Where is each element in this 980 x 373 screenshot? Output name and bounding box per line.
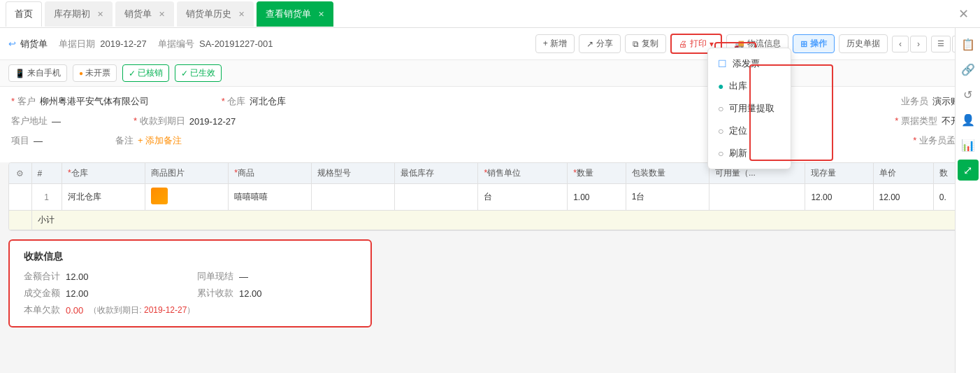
col-gear[interactable]: ⚙ xyxy=(9,163,31,184)
transaction-value: 12.00 xyxy=(66,288,89,299)
col-product: *商品 xyxy=(229,163,312,184)
sidebar-icon-1[interactable]: 📋 xyxy=(958,34,979,55)
remark-field: 备注 + 添加备注 xyxy=(115,134,182,147)
menu-available-qty[interactable]: ○ 可用量提取 xyxy=(708,97,791,120)
payment-total: 金额合计 12.00 xyxy=(24,270,183,283)
doc-title-area: ↩ 销货单 xyxy=(8,38,48,50)
action-row: 📱 来自手机 未开票 ✓ 已核销 ✓ 已生效 xyxy=(0,60,980,87)
tab-view-label: 查看销货单 xyxy=(266,8,311,20)
table-header-row: ⚙ # *仓库 商品图片 *商品 规格型号 最低库存 *销售单位 *数量 包装数… xyxy=(9,163,971,184)
tab-inventory-close[interactable]: ✕ xyxy=(97,10,103,19)
row-num: 1 xyxy=(31,184,62,211)
col-min-stock: 最低库存 xyxy=(395,163,478,184)
new-button[interactable]: + 新增 xyxy=(535,34,575,53)
refresh-icon: ○ xyxy=(718,148,723,159)
staff-label: 业务员 xyxy=(901,95,928,108)
tab-home-label: 首页 xyxy=(15,8,33,20)
cumulative-label: 累计收款 xyxy=(197,287,233,300)
tab-home[interactable]: 首页 xyxy=(6,1,42,27)
sidebar-icon-2[interactable]: 🔗 xyxy=(958,59,979,80)
menu-refresh[interactable]: ○ 刷新 xyxy=(708,142,791,164)
menu-locate[interactable]: ○ 定位 xyxy=(708,120,791,142)
add-invoice-label: 添发票 xyxy=(733,57,760,70)
doc-title-text: 销货单 xyxy=(20,38,48,50)
form-section: 客户 柳州粤港平安气体有限公司 仓库 河北仓库 业务员 演示账号 客户地址 — … xyxy=(0,87,980,162)
not-open-button[interactable]: 未开票 xyxy=(73,64,117,82)
effective-icon: ✓ xyxy=(181,69,188,78)
sidebar-icon-5[interactable]: 📊 xyxy=(958,134,979,155)
operate-dropdown: ☐ 添发票 ● 出库 ○ 可用量提取 ○ 定位 ○ 刷新 xyxy=(707,48,791,169)
doc-no-label: 单据编号 SA-20191227-001 xyxy=(158,38,273,50)
menu-outbound[interactable]: ● 出库 xyxy=(708,75,791,97)
col-stock: 现存量 xyxy=(805,163,873,184)
from-phone-button[interactable]: 📱 来自手机 xyxy=(8,64,67,82)
col-warehouse: *仓库 xyxy=(62,163,145,184)
phone-icon: 📱 xyxy=(15,69,25,78)
row-stock: 12.00 xyxy=(805,184,873,211)
history-button[interactable]: 历史单据 xyxy=(839,34,888,53)
payment-cumulative: 累计收款 12.00 xyxy=(197,287,356,300)
due-date-value: 2019-12-27 xyxy=(189,116,236,127)
customer-field: 客户 柳州粤港平安气体有限公司 xyxy=(11,95,149,108)
payment-title: 收款信息 xyxy=(24,251,356,263)
product-table: ⚙ # *仓库 商品图片 *商品 规格型号 最低库存 *销售单位 *数量 包装数… xyxy=(9,163,971,230)
row-qty: 1.00 xyxy=(568,184,626,211)
sidebar-icon-3[interactable]: ↺ xyxy=(958,84,979,105)
doc-meta: 单据日期 2019-12-27 单据编号 SA-20191227-001 xyxy=(59,38,273,50)
window-close-button[interactable]: ✕ xyxy=(953,6,974,22)
ticket-label: 票据类型 xyxy=(895,115,937,127)
same-settlement-value: — xyxy=(239,272,248,282)
subtotal-gear xyxy=(9,211,31,230)
sidebar-icon-expand[interactable]: ⤢ xyxy=(958,160,979,181)
row-unit: 台 xyxy=(478,184,568,211)
print-icon: 🖨 xyxy=(679,39,687,49)
row-gear[interactable] xyxy=(9,184,31,211)
project-label: 项目 xyxy=(11,134,29,147)
total-value: 12.00 xyxy=(66,272,89,282)
tab-history-close[interactable]: ✕ xyxy=(238,10,245,19)
doc-header: ↩ 销货单 单据日期 2019-12-27 单据编号 SA-20191227-0… xyxy=(0,28,980,60)
project-value: — xyxy=(34,136,43,146)
doc-date-value: 2019-12-27 xyxy=(100,38,147,49)
locate-label: 定位 xyxy=(729,125,747,137)
row-pkg: 1台 xyxy=(626,184,709,211)
list-view-button[interactable]: ☰ xyxy=(931,36,951,52)
prev-button[interactable]: ‹ xyxy=(892,36,909,52)
nav-arrows: ‹ › xyxy=(892,36,927,52)
project-field: 项目 — xyxy=(11,134,43,147)
due-date-label: 收款到期日 xyxy=(134,115,185,127)
menu-add-invoice[interactable]: ☐ 添发票 xyxy=(708,52,791,75)
tab-sales-close[interactable]: ✕ xyxy=(159,10,165,19)
outbound-icon: ● xyxy=(718,80,723,92)
next-button[interactable]: › xyxy=(910,36,927,52)
tab-view-close[interactable]: ✕ xyxy=(318,10,324,19)
tab-view-sales[interactable]: 查看销货单 ✕ xyxy=(257,1,333,27)
check-icon: ✓ xyxy=(129,69,136,78)
cumulative-value: 12.00 xyxy=(239,288,262,299)
payment-same-settlement: 同单现结 — xyxy=(197,270,356,283)
doc-no-value: SA-20191227-001 xyxy=(199,38,273,49)
subtotal-row: 小计 xyxy=(9,211,971,230)
tab-sales-history[interactable]: 销货单历史 ✕ xyxy=(177,1,254,27)
tab-sales-order[interactable]: 销货单 ✕ xyxy=(115,1,174,27)
due-date-field: 收款到期日 2019-12-27 xyxy=(134,115,236,127)
verified-button[interactable]: ✓ 已核销 xyxy=(122,64,169,82)
doc-icon: ↩ xyxy=(8,38,16,49)
sidebar-icon-4[interactable]: 👤 xyxy=(958,109,979,130)
due-date: 2019-12-27 xyxy=(144,305,187,315)
add-remark-btn[interactable]: + 添加备注 xyxy=(138,134,182,147)
effective-button[interactable]: ✓ 已生效 xyxy=(175,64,222,82)
subtotal-label: 小计 xyxy=(31,211,971,230)
address-field: 客户地址 — xyxy=(11,115,61,127)
share-button[interactable]: ↗ 分享 xyxy=(579,34,621,53)
operate-button[interactable]: ⊞ 操作 xyxy=(793,34,835,53)
col-image: 商品图片 xyxy=(145,163,229,184)
total-label: 金额合计 xyxy=(24,270,60,283)
col-price: 单价 xyxy=(873,163,933,184)
transaction-label: 成交金额 xyxy=(24,287,60,300)
row-min-stock xyxy=(395,184,478,211)
available-qty-label: 可用量提取 xyxy=(729,102,774,115)
payment-due: 本单欠款 0.00 （收款到期日: 2019-12-27） xyxy=(24,304,356,316)
copy-button[interactable]: ⧉ 复制 xyxy=(625,34,666,53)
tab-inventory-init[interactable]: 库存期初 ✕ xyxy=(45,1,113,27)
